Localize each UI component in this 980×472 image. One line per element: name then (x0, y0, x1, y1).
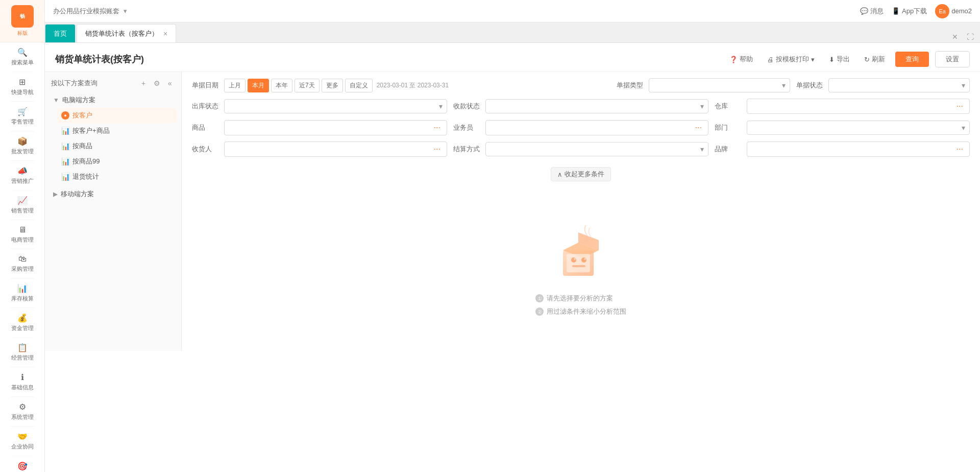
scheme-item-by-product99[interactable]: 📊 按商品99 (57, 154, 177, 169)
sidebar-item-system[interactable]: ⚙ 系统管理 (11, 397, 34, 427)
product-label: 商品 (192, 123, 220, 132)
date-btn-this-month[interactable]: 本月 (248, 79, 269, 92)
doc-status-select[interactable]: ▾ (828, 78, 970, 92)
salesperson-select[interactable]: ··· (485, 120, 708, 135)
doc-type-select[interactable]: ▾ (649, 78, 790, 92)
scheme-category-mobile-header[interactable]: ▶ 移动端方案 (49, 186, 177, 202)
scheme-collapse-button[interactable]: « (165, 78, 175, 88)
system-icon: ⚙ (19, 402, 26, 412)
tab-sales-stats[interactable]: 销货单统计表（按客户） × (77, 24, 176, 42)
brand-select[interactable]: ··· (747, 141, 970, 157)
sidebar-item-shortcut[interactable]: ⊞ 快捷导航 (11, 72, 34, 102)
filter-item-salesperson: 业务员 ··· (453, 120, 708, 135)
sidebar-item-wholesale[interactable]: 📦 批发管理 (11, 131, 34, 161)
ecommerce-icon: 🖥 (18, 225, 27, 234)
scheme-add-button[interactable]: + (138, 78, 149, 88)
sidebar-item-marketing[interactable]: 📣 营销推广 (11, 161, 34, 191)
maximize-window-button[interactable]: ⛶ (965, 31, 976, 42)
sidebar-item-newbie[interactable]: 🎯 新手引导 (11, 456, 34, 472)
marketing-label: 营销推广 (11, 177, 34, 185)
print-icon: 🖨 (767, 56, 774, 63)
search-button[interactable]: 查询 (895, 52, 929, 67)
scheme-category-desktop-header[interactable]: ▼ 电脑端方案 (49, 92, 177, 108)
date-label: 单据日期 (192, 81, 220, 90)
page-title: 销货单统计表(按客户) (55, 53, 144, 65)
refresh-label: 刷新 (872, 55, 885, 64)
scheme-item-by-customer[interactable]: ● 按客户 (57, 108, 177, 123)
date-btn-more[interactable]: 更多 (322, 79, 343, 92)
scheme-item-by-customer-label: 按客户 (72, 111, 92, 120)
salesperson-dots[interactable]: ··· (693, 123, 704, 132)
sidebar-item-operations[interactable]: 📋 经营管理 (11, 338, 34, 367)
date-btn-last-7[interactable]: 近7天 (295, 79, 320, 92)
filter-item-doc-status: 单据状态 ▾ (796, 78, 970, 92)
product-select[interactable]: ··· (224, 120, 447, 135)
tab-close-icon[interactable]: × (163, 30, 167, 38)
delivery-label: 出库状态 (192, 102, 220, 111)
receiver-select[interactable]: ··· (224, 141, 447, 157)
scheme-settings-button[interactable]: ⚙ (152, 78, 162, 88)
sidebar-item-finance[interactable]: 💰 资金管理 (11, 308, 34, 338)
basic-icon: ℹ (21, 372, 24, 382)
sidebar-item-basic[interactable]: ℹ 基础信息 (11, 367, 34, 397)
operations-label: 经营管理 (11, 354, 34, 362)
warehouse-dots[interactable]: ··· (954, 102, 965, 111)
sidebar-item-sales[interactable]: 📈 销售管理 (11, 191, 34, 220)
date-btn-last-month[interactable]: 上月 (224, 79, 246, 92)
sidebar-item-retail[interactable]: 🛒 零售管理 (11, 102, 34, 131)
brand-dots[interactable]: ··· (954, 145, 965, 154)
warehouse-select[interactable]: ··· (747, 99, 970, 114)
settlement-select[interactable]: ▾ (485, 142, 708, 156)
svg-point-7 (584, 258, 586, 260)
scheme-item-customer-product[interactable]: 📊 按客户+商品 (57, 123, 177, 138)
department-select[interactable]: ▾ (747, 121, 970, 135)
receipt-chevron: ▾ (700, 102, 704, 110)
close-window-button[interactable]: ✕ (949, 31, 961, 42)
message-icon: 💬 (860, 7, 868, 15)
sidebar-item-inventory[interactable]: 📊 库存核算 (11, 278, 34, 308)
tab-home-label: 首页 (54, 29, 67, 38)
sidebar-item-ecommerce[interactable]: 🖥 电商管理 (11, 220, 34, 249)
tip-num-1: ① (535, 294, 544, 302)
help-label: 帮助 (740, 55, 753, 64)
app-download-button[interactable]: 📱 App下载 (892, 7, 927, 16)
settings-button[interactable]: 设置 (935, 51, 970, 67)
receiver-dots[interactable]: ··· (432, 145, 443, 154)
sidebar-item-search[interactable]: 🔍 搜索菜单 (11, 42, 34, 72)
delivery-select[interactable]: ▾ (224, 99, 447, 113)
settlement-label: 结算方式 (453, 145, 481, 154)
page-header: 销货单统计表(按客户) ❓ 帮助 🖨 按模板打印 ▾ ⬇ 导出 ↻ 刷新 (45, 43, 980, 72)
date-btn-this-year[interactable]: 本年 (271, 79, 292, 92)
receipt-select[interactable]: ▾ (485, 99, 708, 113)
print-button[interactable]: 🖨 按模板打印 ▾ (763, 53, 819, 66)
product-dots[interactable]: ··· (432, 123, 443, 132)
header-dropdown-icon[interactable]: ▾ (124, 7, 127, 15)
filter-item-receipt: 收款状态 ▾ (453, 99, 708, 113)
wholesale-icon: 📦 (17, 136, 28, 146)
filter-item-receiver: 收货人 ··· (192, 141, 447, 157)
sidebar-item-purchase[interactable]: 🛍 采购管理 (11, 249, 34, 278)
enterprise-label: 企业协同 (11, 443, 34, 451)
collapse-up-icon: ∧ (557, 171, 562, 178)
svg-point-4 (571, 257, 576, 263)
sidebar: 畅 标版 🔍 搜索菜单 ⊞ 快捷导航 🛒 零售管理 📦 批发管理 📣 营销推广 … (0, 0, 45, 472)
help-button[interactable]: ❓ 帮助 (725, 53, 757, 66)
empty-tip-2-text: 用过滤条件来缩小分析范围 (547, 307, 626, 316)
scheme-item-by-product[interactable]: 📊 按商品 (57, 138, 177, 154)
settlement-chevron: ▾ (700, 145, 704, 153)
category-expand-icon: ▼ (53, 97, 59, 104)
date-btn-custom[interactable]: 自定义 (345, 79, 373, 92)
collapse-button[interactable]: ∧ 收起更多条件 (551, 167, 611, 181)
sidebar-item-enterprise[interactable]: 🤝 企业协同 (11, 427, 34, 456)
empty-state: ① 请先选择要分析的方案 ② 用过滤条件来缩小分析范围 (182, 192, 980, 351)
scheme-item-return-stats[interactable]: 📊 退货统计 (57, 169, 177, 184)
scheme-item-icon-product: 📊 (61, 142, 69, 150)
tab-home[interactable]: 首页 (45, 24, 76, 42)
refresh-button[interactable]: ↻ 刷新 (860, 53, 889, 66)
export-button[interactable]: ⬇ 导出 (825, 53, 854, 66)
user-menu[interactable]: Ea demo2 (935, 4, 972, 18)
page-content: 销货单统计表(按客户) ❓ 帮助 🖨 按模板打印 ▾ ⬇ 导出 ↻ 刷新 (45, 43, 980, 472)
message-button[interactable]: 💬 消息 (860, 7, 884, 16)
shortcut-label: 快捷导航 (11, 88, 34, 96)
salesperson-label: 业务员 (453, 123, 481, 132)
